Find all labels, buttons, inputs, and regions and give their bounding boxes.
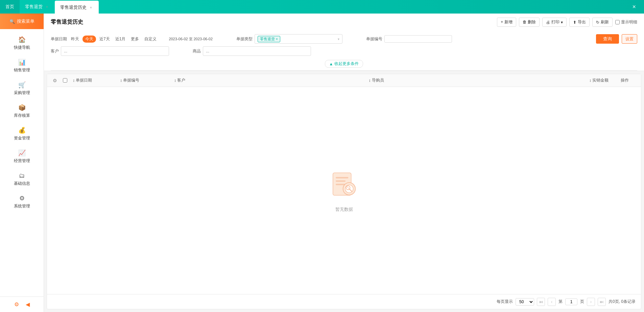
pagination: 每页显示 10 20 50 100 ⏮ ‹ 第 页 › ⏭ 共0页, 0条记录	[47, 294, 641, 309]
new-button[interactable]: + 新增	[497, 18, 516, 27]
th-customer[interactable]: ↕ 客户	[171, 77, 366, 83]
sidebar-item-system[interactable]: ⚙ 系统管理	[0, 191, 44, 213]
sidebar-item-basic-info[interactable]: 🗂 基础信息	[0, 168, 44, 191]
tab-retail-return-history-label: 零售退货历史	[60, 4, 87, 10]
page-title-row: 零售退货历史 + 新增 🗑 删除 🖨 打印 ▾ ⬆ 导出 ↻	[51, 18, 637, 27]
type-select-dropdown-icon: ▾	[338, 37, 339, 41]
sidebar-item-inventory-label: 库存核算	[14, 113, 30, 118]
date-option-custom[interactable]: 自定义	[142, 36, 159, 43]
number-filter-input[interactable]	[384, 35, 452, 43]
sidebar-item-sales-label: 销售管理	[14, 67, 30, 73]
date-options-group: 昨天 今天 近7天 近1月 更多 自定义	[69, 36, 159, 43]
sidebar-items: 🏠 快捷导航 📊 销售管理 🛒 采购管理 📦 库存核算 💰 资金管理 📈	[0, 29, 44, 296]
page-number-input[interactable]	[565, 298, 577, 305]
date-option-today[interactable]: 今天	[82, 36, 96, 43]
number-filter-item: 单据编号	[366, 35, 452, 43]
refresh-icon: ↻	[596, 20, 599, 25]
show-detail-toggle[interactable]: 显示明细	[615, 19, 637, 25]
sidebar-item-purchase-label: 采购管理	[14, 90, 30, 96]
tab-retail-return-history-close[interactable]: ×	[89, 5, 93, 10]
th-number-text: 单据编号	[123, 77, 139, 83]
sidebar-item-finance-label: 资金管理	[14, 135, 30, 141]
table-settings-icon[interactable]: ⚙	[50, 78, 60, 83]
sidebar-item-inventory[interactable]: 📦 库存核算	[0, 100, 44, 122]
table-header: ⚙ ↕ 单据日期 ↕ 单据编号 ↕ 客户 ↕ 导购员	[47, 74, 641, 87]
sidebar-item-purchase[interactable]: 🛒 采购管理	[0, 77, 44, 100]
query-button[interactable]: 查询	[596, 34, 619, 44]
date-option-7days[interactable]: 近7天	[97, 36, 112, 43]
settings-button[interactable]: 设置	[622, 34, 637, 44]
th-action-text: 操作	[621, 77, 629, 83]
page-last-button[interactable]: ⏭	[598, 298, 606, 306]
th-guide-text: 导购员	[372, 77, 384, 83]
finance-icon: 💰	[18, 127, 26, 134]
tab-retail-return-history[interactable]: 零售退货历史 ×	[55, 1, 99, 14]
sales-icon: 📊	[18, 59, 26, 66]
export-icon: ⬆	[573, 20, 576, 25]
top-bar: 首页 零售退货 × 零售退货历史 × ×	[0, 0, 644, 14]
sidebar-item-finance[interactable]: 💰 资金管理	[0, 122, 44, 145]
delete-button[interactable]: 🗑 删除	[519, 18, 540, 27]
type-select[interactable]: 零售退货 × ▾	[255, 34, 342, 44]
sidebar-item-quick-nav-label: 快捷导航	[14, 45, 30, 50]
date-filter-item: 单据日期 昨天 今天 近7天 近1月 更多 自定义	[51, 36, 159, 43]
select-all-input[interactable]	[63, 78, 67, 83]
sidebar-collapse-button[interactable]: ◀	[26, 301, 30, 308]
export-button[interactable]: ⬆ 导出	[569, 18, 590, 27]
sidebar-item-sales[interactable]: 📊 销售管理	[0, 54, 44, 77]
refresh-button[interactable]: ↻ 刷新	[592, 18, 613, 27]
th-number-sort: ↕	[120, 78, 122, 83]
search-menu-button[interactable]: 🔍 搜索菜单	[0, 14, 44, 29]
page-next-button[interactable]: ›	[587, 298, 595, 306]
window-close-button[interactable]: ×	[629, 3, 639, 10]
page-prev-button[interactable]: ‹	[548, 298, 556, 306]
date-option-more[interactable]: 更多	[129, 36, 141, 43]
table-select-all-checkbox[interactable]	[60, 78, 70, 83]
show-detail-checkbox-input[interactable]	[615, 20, 620, 24]
goods-filter-input[interactable]	[206, 49, 308, 53]
sidebar-item-quick-nav[interactable]: 🏠 快捷导航	[0, 32, 44, 54]
th-guide[interactable]: ↕ 导购员	[366, 77, 417, 83]
type-tag-close[interactable]: ×	[276, 37, 278, 41]
sidebar-item-operations[interactable]: 📈 经营管理	[0, 145, 44, 168]
goods-filter-label: 商品	[193, 48, 201, 54]
date-option-yesterday[interactable]: 昨天	[69, 36, 81, 43]
collapse-button[interactable]: ▲ 收起更多条件	[325, 60, 363, 68]
tab-home[interactable]: 首页	[0, 0, 20, 14]
tab-retail-return-close[interactable]: ×	[45, 4, 49, 9]
th-date-text: 单据日期	[76, 77, 92, 83]
customer-filter-input[interactable]	[64, 49, 166, 53]
collapse-label: 收起更多条件	[334, 61, 359, 67]
topbar-right: ×	[629, 3, 644, 10]
total-info: 共0页, 0条记录	[609, 299, 636, 305]
empty-state-icon	[327, 169, 361, 202]
th-date[interactable]: ↕ 单据日期	[70, 77, 117, 83]
th-amount-text: 实销金额	[592, 77, 609, 83]
date-range-display: 2023-06-02 至 2023-06-02	[169, 37, 213, 42]
th-action: 操作	[611, 77, 638, 83]
page-size-select[interactable]: 10 20 50 100	[516, 298, 534, 306]
th-amount-sort: ↕	[589, 78, 591, 83]
page-first-button[interactable]: ⏮	[537, 298, 545, 306]
tab-list: 首页 零售退货 × 零售退货历史 ×	[0, 0, 629, 14]
empty-state-text: 暂无数据	[335, 206, 353, 213]
th-number[interactable]: ↕ 单据编号	[117, 77, 171, 83]
goods-filter-wrapper	[203, 46, 311, 56]
th-guide-sort: ↕	[369, 78, 371, 83]
purchase-icon: 🛒	[18, 81, 26, 89]
sidebar-settings-button[interactable]: ⚙	[14, 301, 19, 308]
home-icon: 🏠	[18, 36, 26, 43]
operations-icon: 📈	[18, 149, 26, 157]
sidebar-item-operations-label: 经营管理	[14, 158, 30, 164]
type-tag-value: 零售退货 ×	[258, 36, 280, 42]
refresh-label: 刷新	[601, 19, 609, 25]
page-label-before: 第	[558, 299, 563, 305]
th-amount[interactable]: ↕ 实销金额	[417, 77, 612, 83]
date-filter-label: 单据日期	[51, 36, 67, 42]
basic-info-icon: 🗂	[18, 172, 26, 179]
print-button[interactable]: 🖨 打印 ▾	[542, 18, 567, 27]
tab-retail-return[interactable]: 零售退货 ×	[20, 0, 55, 14]
date-option-1month[interactable]: 近1月	[113, 36, 128, 43]
sidebar: 🔍 搜索菜单 🏠 快捷导航 📊 销售管理 🛒 采购管理 📦 库存核算 💰	[0, 14, 44, 312]
page-header: 零售退货历史 + 新增 🗑 删除 🖨 打印 ▾ ⬆ 导出 ↻	[44, 14, 644, 71]
